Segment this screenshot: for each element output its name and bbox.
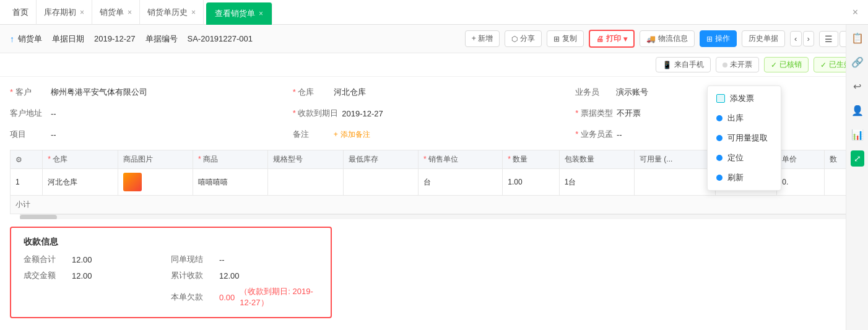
outbound-label: 出库 — [727, 113, 744, 124]
check-icon: ✓ — [771, 61, 777, 69]
tab-home[interactable]: 首页 — [5, 0, 37, 25]
print-button[interactable]: 🖨 打印 ▾ — [589, 30, 635, 48]
scroll-bar[interactable] — [20, 214, 848, 219]
close-sales-history-tab[interactable]: × — [191, 8, 196, 17]
share-button[interactable]: ⬡ 分享 — [505, 30, 542, 47]
close-inventory-tab[interactable]: × — [80, 8, 84, 17]
warehouse-row: 仓库 河北仓库 — [293, 84, 576, 100]
tab-view-sales[interactable]: 查看销货单 × — [206, 2, 272, 25]
arrears-label: 本单欠款 — [171, 292, 214, 303]
sidebar-icon-4[interactable]: 👤 — [849, 102, 866, 119]
add-remark-button[interactable]: + 添加备注 — [334, 129, 370, 140]
cumulative-label: 累计收款 — [171, 270, 214, 281]
close-view-sales-tab[interactable]: × — [259, 9, 263, 18]
warehouse-label: 仓库 — [293, 87, 330, 98]
add-button[interactable]: + 新增 — [465, 30, 500, 47]
warehouse-value: 河北仓库 — [334, 87, 366, 98]
gear-icon[interactable]: ⚙ — [15, 155, 22, 164]
outbound-dot — [716, 115, 723, 121]
logistics-icon: 🚚 — [646, 35, 656, 43]
next-button[interactable]: › — [803, 31, 814, 46]
scroll-thumb[interactable] — [20, 215, 57, 219]
uninvoiced-button[interactable]: 未开票 — [716, 57, 759, 72]
tab-sales[interactable]: 销货单 × — [92, 0, 140, 25]
refresh-label: 刷新 — [727, 172, 744, 183]
prev-button[interactable]: ‹ — [790, 31, 801, 46]
outbound-item[interactable]: 出库 — [708, 108, 781, 128]
customer-label: 客户 — [10, 87, 47, 98]
doc-actions: + 新增 ⬡ 分享 ⊞ 复制 🖨 打印 ▾ 🚚 物流信息 ⊞ 操作 — [465, 30, 858, 48]
from-phone-button[interactable]: 📱 来自手机 — [656, 57, 711, 72]
address-label: 客户地址 — [10, 108, 47, 119]
history-button[interactable]: 历史单据 — [742, 30, 785, 47]
col-settings[interactable]: ⚙ — [11, 150, 43, 169]
payment-grid: 金额合计 12.00 同单现结 -- 成交金额 12.00 累计收款 12.00… — [24, 254, 318, 308]
arrears-note: （收款到期日: 2019-12-27） — [240, 286, 318, 308]
logistics-button[interactable]: 🚚 物流信息 — [640, 30, 695, 47]
effective-check-icon: ✓ — [820, 61, 827, 69]
locate-item[interactable]: 定位 — [708, 148, 781, 168]
sidebar-icon-3[interactable]: ↩ — [851, 78, 864, 95]
print-icon: 🖨 — [596, 35, 604, 43]
main-area: ↑ 销货单 单据日期 2019-12-27 单据编号 SA-20191227-0… — [0, 25, 868, 330]
ticket-value: 不开票 — [617, 108, 641, 119]
available-dot — [716, 135, 723, 141]
row-unit: 台 — [418, 169, 502, 196]
sales-icon: ↑ — [10, 34, 14, 44]
customer-value: 柳州粤港平安气体有限公司 — [51, 87, 147, 98]
tab-bar: 首页 库存期初 × 销货单 × 销货单历史 × 查看销货单 × × — [0, 0, 868, 25]
sidebar-icon-5[interactable]: 📊 — [849, 126, 866, 143]
list-view-button[interactable]: ☰ — [819, 31, 838, 47]
row-price: 0. — [777, 169, 825, 196]
verified-button[interactable]: ✓ 已核销 — [764, 57, 809, 72]
invoice-icon — [716, 94, 725, 103]
close-all-tabs[interactable]: × — [848, 7, 863, 18]
add-invoice-item[interactable]: 添发票 — [708, 89, 781, 108]
cumulative-row: 累计收款 12.00 — [171, 270, 318, 281]
col-product: 商品 — [193, 150, 267, 169]
doc-title-text: 销货单 — [18, 33, 42, 45]
sidebar-icon-2[interactable]: 🔗 — [849, 54, 866, 71]
nav-arrows: ‹ › — [790, 31, 814, 46]
same-order-row: 同单现结 -- — [171, 254, 318, 265]
row-pkg-qty: 1台 — [559, 169, 634, 196]
address-row: 客户地址 -- — [10, 105, 293, 121]
available-extract-label: 可用量提取 — [727, 132, 768, 144]
doc-title: ↑ 销货单 — [10, 33, 42, 45]
uninvoiced-dot — [723, 63, 727, 67]
subtotal-row: 小计 — [11, 196, 858, 214]
available-extract-item[interactable]: 可用量提取 — [708, 128, 781, 148]
remark-label: 备注 — [293, 129, 330, 140]
col-qty: 数量 — [503, 150, 559, 169]
payment-date-value: 2019-12-27 — [342, 109, 383, 118]
sidebar-icon-1[interactable]: 📋 — [849, 30, 866, 46]
close-sales-tab[interactable]: × — [128, 8, 132, 17]
col-min-stock: 最低库存 — [343, 150, 418, 169]
locate-dot — [716, 155, 723, 161]
transaction-label: 成交金额 — [24, 270, 67, 281]
col-price: 单价 — [777, 150, 825, 169]
col-warehouse: 仓库 — [43, 150, 118, 169]
payment-date-label: 收款到期日 — [293, 108, 339, 119]
row-min-stock — [343, 169, 418, 196]
tab-inventory[interactable]: 库存期初 × — [37, 0, 92, 25]
no-label: 单据编号 — [145, 33, 178, 45]
total-row: 金额合计 12.00 — [24, 254, 171, 265]
payment-title: 收款信息 — [24, 237, 318, 248]
phone-icon: 📱 — [662, 61, 672, 69]
date-label: 单据日期 — [52, 33, 84, 45]
plus-icon: + — [334, 130, 338, 139]
row-no: 1 — [11, 169, 43, 196]
project-value: -- — [51, 130, 56, 139]
staff-value: 演示账号 — [616, 87, 648, 98]
same-order-value: -- — [219, 255, 225, 264]
transaction-value: 12.00 — [72, 271, 92, 280]
copy-button[interactable]: ⊞ 复制 — [547, 30, 584, 47]
refresh-item[interactable]: 刷新 — [708, 168, 781, 188]
status-bar: 📱 来自手机 未开票 ✓ 已核销 ✓ 已生效 — [0, 53, 868, 77]
product-image — [123, 173, 142, 191]
sidebar-expand-icon[interactable]: ⤢ — [851, 150, 864, 167]
address-value: -- — [51, 109, 56, 118]
tab-sales-history[interactable]: 销货单历史 × — [140, 0, 204, 25]
operation-button[interactable]: ⊞ 操作 — [700, 30, 737, 47]
